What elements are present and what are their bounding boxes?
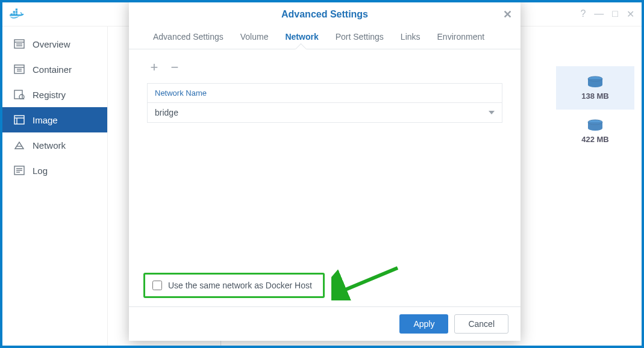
modal-footer: Apply Cancel	[129, 306, 521, 341]
sidebar-item-network[interactable]: Network	[2, 132, 107, 158]
sidebar-item-label: Registry	[33, 90, 66, 100]
image-size-label: 138 MB	[581, 92, 609, 101]
sidebar-item-label: Network	[33, 140, 66, 151]
tab-volume[interactable]: Volume	[232, 26, 277, 49]
container-icon	[13, 64, 25, 75]
image-icon	[13, 114, 25, 125]
network-select-row[interactable]: bridge	[148, 103, 502, 123]
modal-title: Advanced Settings	[281, 9, 368, 19]
svg-rect-3	[13, 11, 15, 13]
sidebar-item-overview[interactable]: Overview	[2, 31, 107, 57]
sidebar-item-log[interactable]: Log	[2, 158, 107, 183]
host-network-checkbox-highlight: Use the same network as Docker Host	[143, 273, 325, 298]
modal-header: Advanced Settings ✕	[129, 2, 521, 26]
minimize-icon[interactable]: —	[594, 8, 604, 20]
log-icon	[13, 165, 25, 176]
help-icon[interactable]: ?	[580, 8, 586, 20]
modal-body: + − Network Name bridge Use the same net…	[129, 49, 521, 306]
modal-tabs: Advanced Settings Volume Network Port Se…	[129, 26, 521, 49]
network-column-label: Network Name	[155, 89, 207, 98]
disk-icon	[586, 119, 604, 132]
sidebar-item-label: Log	[33, 166, 48, 176]
sidebar-item-image[interactable]: Image	[2, 107, 107, 132]
tab-port-settings[interactable]: Port Settings	[327, 26, 392, 49]
sidebar-item-label: Overview	[33, 39, 70, 49]
image-size-label: 422 MB	[581, 135, 609, 144]
maximize-icon[interactable]: □	[612, 8, 618, 20]
network-icon	[13, 140, 25, 151]
sidebar-item-container[interactable]: Container	[2, 57, 107, 82]
close-window-icon[interactable]: ✕	[627, 8, 634, 20]
sidebar: Overview Container Registry Image Networ…	[2, 26, 108, 346]
sidebar-item-registry[interactable]: Registry	[2, 82, 107, 107]
remove-network-button[interactable]: −	[167, 60, 182, 75]
disk-icon	[586, 76, 604, 89]
network-table: Network Name bridge	[147, 83, 502, 123]
network-value: bridge	[155, 108, 178, 117]
image-card[interactable]: 422 MB	[556, 110, 634, 153]
docker-logo-icon	[10, 8, 25, 21]
svg-rect-4	[16, 11, 17, 13]
tab-environment[interactable]: Environment	[429, 26, 493, 49]
overview-icon	[13, 39, 25, 49]
svg-rect-17	[14, 116, 24, 124]
window-controls: ? — □ ✕	[580, 8, 634, 20]
svg-line-29	[340, 268, 398, 292]
close-icon[interactable]: ✕	[503, 8, 512, 21]
tab-links[interactable]: Links	[392, 26, 429, 49]
network-table-header[interactable]: Network Name	[148, 84, 502, 103]
sidebar-item-label: Image	[33, 115, 58, 125]
cancel-button[interactable]: Cancel	[454, 314, 508, 334]
apply-button[interactable]: Apply	[399, 314, 448, 334]
image-size-cards: 138 MB 422 MB	[556, 66, 634, 153]
registry-icon	[13, 89, 25, 100]
host-network-checkbox-label[interactable]: Use the same network as Docker Host	[168, 281, 312, 290]
network-toolbar: + −	[147, 58, 502, 83]
advanced-settings-modal: Advanced Settings ✕ Advanced Settings Vo…	[129, 0, 521, 341]
annotation-arrow-icon	[331, 264, 404, 300]
chevron-down-icon	[489, 111, 495, 114]
host-network-checkbox[interactable]	[152, 281, 162, 290]
add-network-button[interactable]: +	[147, 60, 161, 75]
sidebar-item-label: Container	[33, 64, 72, 75]
image-card[interactable]: 138 MB	[556, 66, 634, 110]
tab-advanced-settings[interactable]: Advanced Settings	[145, 26, 232, 49]
tab-network[interactable]: Network	[277, 26, 327, 49]
svg-rect-5	[16, 8, 17, 10]
